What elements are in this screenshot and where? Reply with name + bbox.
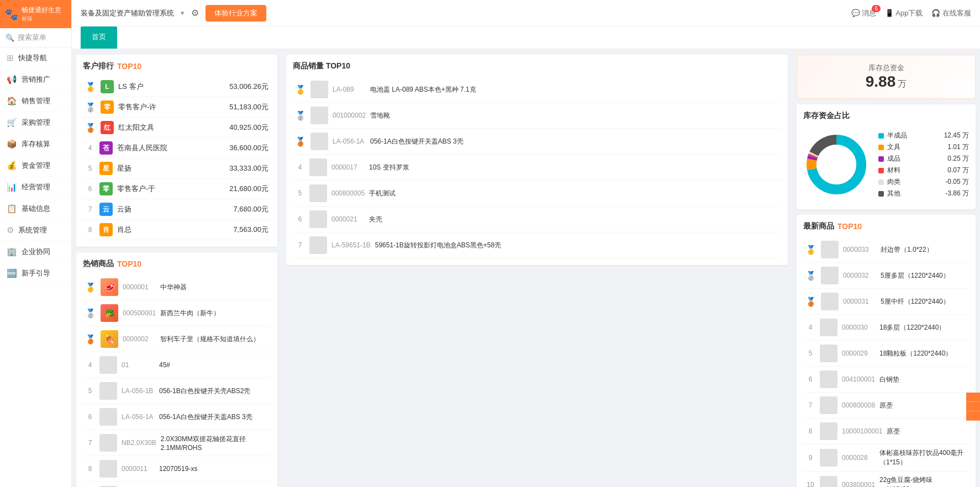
sidebar-item-inventory[interactable]: 📦 库存核算 — [0, 134, 71, 155]
sidebar-item-cooperation[interactable]: 🏢 企业协同 — [0, 241, 71, 263]
legend-row-4: 肉类 -0.05 万 — [878, 177, 969, 187]
float-btn-service[interactable]: 客服热线 — [966, 393, 980, 402]
list-item: 🥇 LA-089 电池盖 LA-089 ABS本色+黑种 7.1克 — [293, 77, 781, 103]
online-service-button[interactable]: 🎧 在线客服 — [931, 8, 971, 18]
list-item: 5 000800005 手机测试 — [293, 181, 781, 207]
svg-point-6 — [816, 145, 856, 184]
sidebar-item-sales[interactable]: 🏠 销售管理 — [0, 91, 71, 112]
nav-label-marketing: 营销推广 — [22, 75, 50, 84]
hot-products-title: 热销商品 TOP10 — [83, 259, 271, 269]
product-name-6: 056-1A白色按键开关盖ABS 3壳 — [159, 412, 268, 422]
product-name-mid-3: 056-1A白色按键开关盖ABS 3壳 — [370, 137, 779, 146]
customer-ranking-card: 客户排行 TOP10 🥇 L LS 客户 53,006.26元 🥈 零 零售客户… — [76, 55, 277, 247]
topbar-right: 💬 消息 6 📱 App下载 🎧 在线客服 — [851, 8, 971, 18]
dropdown-arrow-icon[interactable]: ▾ — [181, 9, 185, 17]
nav-label-system: 系统管理 — [18, 225, 47, 235]
product-code-mid-4: 0000017 — [331, 163, 365, 171]
list-item: 🥇 L LS 客户 53,006.26元 — [83, 77, 271, 97]
product-img-mid-2 — [310, 107, 328, 124]
system-icon: ⚙ — [7, 225, 14, 235]
new-product-code-9: 0000028 — [842, 454, 875, 462]
customer-badge-4: 苍 — [99, 141, 113, 155]
cooperation-icon: 🏢 — [7, 247, 17, 257]
list-item: 4 苍 苍南县人民医院 36,600.00元 — [83, 138, 271, 158]
legend-dot-5 — [878, 191, 884, 197]
inventory-label: 库存总资金 — [805, 63, 967, 73]
list-item: 8 肖 肖总 7,563.00元 — [83, 220, 271, 240]
settings-icon[interactable]: ⚙ — [191, 8, 199, 18]
product-code-6: LA-056-1A — [122, 413, 155, 421]
list-item: 6 LA-056-1A 056-1A白色按键开关盖ABS 3壳 — [83, 404, 271, 430]
legend-dot-4 — [878, 179, 884, 185]
logo-line2: 标版 — [22, 15, 61, 23]
product-code-2: 000500001 — [123, 309, 156, 317]
sidebar-item-marketing[interactable]: 📢 营销推广 — [0, 69, 71, 91]
float-buttons: 客服热线 服务社区 直播 — [966, 393, 980, 421]
new-product-name-1: 封边带（1.0*22） — [881, 245, 967, 255]
list-item: 8 10000100001 原垄 — [803, 419, 969, 444]
legend-label-5: 其他 — [887, 189, 942, 198]
product-code-5: LA-056-1B — [122, 387, 155, 395]
main-content: 装备及固定资产辅助管理系统 ▾ ⚙ 体验行业方案 💬 消息 6 📱 App下载 … — [72, 0, 980, 487]
product-sales-title: 商品销量 TOP10 — [293, 61, 781, 71]
product-img-mid-4 — [309, 158, 327, 176]
float-btn-community[interactable]: 服务社区 — [966, 402, 980, 411]
list-item: 7 NB2.0X30B 2.0X30MM双搓花轴搓花直径2.1MM/ROHS — [83, 430, 271, 456]
sidebar-item-system[interactable]: ⚙ 系统管理 — [0, 220, 71, 241]
gold-medal-icon: 🥇 — [85, 82, 96, 92]
silver-medal-icon: 🥈 — [85, 308, 96, 319]
nav-label-operation: 经营管理 — [22, 182, 50, 192]
app-download-button[interactable]: 📱 App下载 — [885, 8, 923, 18]
sidebar-item-purchase[interactable]: 🛒 采购管理 — [0, 112, 71, 134]
logo-line1: 畅捷通好生意 — [22, 6, 61, 15]
phone-icon: 📱 — [885, 9, 894, 17]
search-menu-label: 搜索菜单 — [18, 33, 46, 43]
nav-label-inventory: 库存核算 — [22, 139, 50, 149]
customer-badge-7: 云 — [99, 203, 113, 216]
new-product-code-4: 0000030 — [842, 324, 875, 331]
product-code-mid-1: LA-089 — [333, 86, 366, 93]
product-image-4 — [99, 356, 117, 374]
legend-label-3: 材料 — [887, 166, 944, 175]
sidebar-item-guide[interactable]: 🆕 新手引导 — [0, 263, 71, 284]
product-code-3: 0000002 — [123, 335, 156, 343]
list-item: 4 01 45# — [83, 352, 271, 378]
headset-icon: 🎧 — [931, 9, 940, 17]
sidebar-item-finance[interactable]: 💰 资金管理 — [0, 155, 71, 177]
list-item: 🥉 🍖 0000002 智利车子里（规格不知道填什么） — [83, 326, 271, 352]
new-product-name-8: 原垄 — [887, 427, 967, 436]
product-name-mid-1: 电池盖 LA-089 ABS本色+黑种 7.1克 — [370, 85, 779, 94]
sidebar-item-quick-nav[interactable]: ⊞ 快捷导航 — [0, 47, 71, 69]
product-image-8 — [99, 460, 117, 478]
sidebar-item-basic[interactable]: 📋 基础信息 — [0, 198, 71, 220]
list-item: 🥈 001000002 雪地靴 — [293, 103, 781, 129]
new-product-code-5: 0000029 — [842, 350, 875, 357]
product-name-8: 12070519-xs — [159, 465, 268, 473]
sidebar-item-operation[interactable]: 📊 经营管理 — [0, 177, 71, 198]
product-img-mid-3 — [310, 133, 328, 150]
list-item: 5 0000029 18颗粒板（1220*2440） — [803, 341, 969, 367]
new-product-name-2: 5厘多层（1220*2440） — [881, 271, 967, 280]
trial-button[interactable]: 体验行业方案 — [206, 5, 266, 22]
legend-label-4: 肉类 — [887, 177, 942, 187]
silver-medal-icon: 🥈 — [295, 110, 306, 121]
customer-badge-3: 红 — [101, 121, 114, 134]
list-item: 5 星 星扬 33,333.00元 — [83, 158, 271, 179]
tab-home[interactable]: 首页 — [81, 27, 117, 49]
search-menu[interactable]: 🔍 搜索菜单 — [0, 28, 71, 47]
bronze-medal-icon: 🥉 — [295, 136, 306, 147]
product-image-3: 🍖 — [101, 330, 118, 348]
message-button[interactable]: 💬 消息 6 — [851, 8, 877, 18]
customer-amount-3: 40,925.00元 — [229, 123, 268, 133]
list-item: 9 KK-SD22110H 花语萌恒温分腿睡袋（厚款） — [83, 482, 271, 487]
product-name-2: 新西兰牛肉（新牛） — [160, 309, 268, 318]
list-item: 7 云 云扬 7,680.00元 — [83, 199, 271, 220]
legend-dot-2 — [878, 156, 884, 162]
new-product-code-10: 003800001 — [842, 481, 875, 487]
product-code-mid-2: 001000002 — [333, 112, 366, 119]
list-item: 4 0000017 10S 变抖罗浆 — [293, 155, 781, 181]
float-btn-live[interactable]: 直播 — [966, 411, 980, 421]
donut-legend: 半成品 12.45 万 文具 1.01 万 成品 0.25 万 — [878, 131, 969, 198]
legend-label-1: 文具 — [887, 142, 944, 152]
tabs-bar: 首页 — [72, 27, 980, 49]
